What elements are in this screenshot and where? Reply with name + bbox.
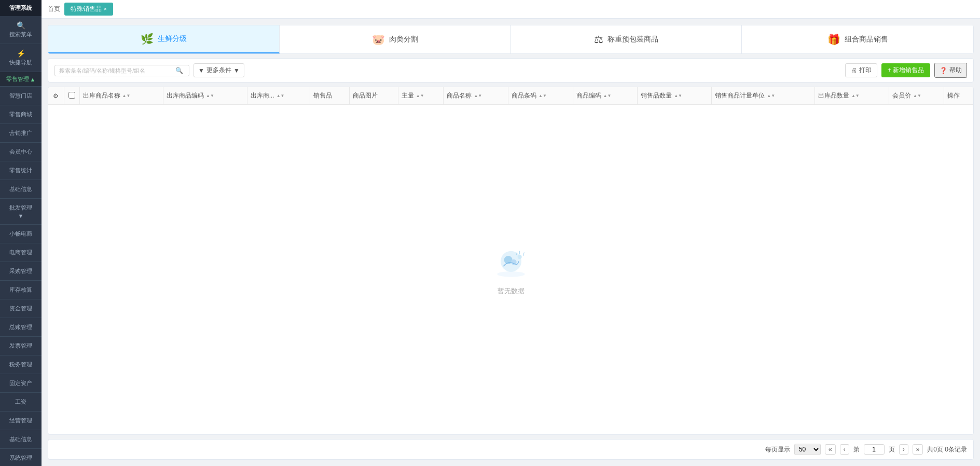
per-page-select[interactable]: 50 10 20 100 (794, 444, 821, 455)
th-goods-name: 商品名称 ▲▼ (444, 87, 508, 105)
combo-sales-icon: 🎁 (827, 33, 840, 46)
th-settings[interactable]: ⚙ (48, 87, 64, 105)
print-button[interactable]: 🖨 打印 (845, 63, 877, 77)
sort-icon[interactable]: ▲▼ (122, 93, 131, 98)
sidebar-item-quick-nav[interactable]: ⚡ 快捷导航 (0, 44, 42, 72)
filter-button[interactable]: ▼ 更多条件 ▼ (194, 63, 244, 77)
first-page-button[interactable]: « (825, 444, 836, 455)
sidebar-item-invoice[interactable]: 发票管理 (0, 337, 42, 355)
sidebar-item-mini-ecom[interactable]: 小畅电商 (0, 225, 42, 243)
sidebar-item-wholesale[interactable]: 批发管理 ▼ (0, 199, 42, 225)
sidebar-item-smart-store[interactable]: 智慧门店 (0, 87, 42, 105)
data-table: ⚙ 出库商品名称 ▲▼ 出库 (48, 87, 973, 105)
cat-tab-combo-sales[interactable]: 🎁 组合商品销售 (742, 25, 973, 53)
home-breadcrumb[interactable]: 首页 (48, 5, 60, 13)
search-input[interactable] (59, 67, 173, 74)
last-page-button[interactable]: » (913, 444, 923, 455)
sidebar-item-promotion[interactable]: 营销推广 (0, 124, 42, 143)
sidebar-item-label: 快捷导航 (9, 59, 32, 66)
cat-tab-label: 称重预包装商品 (608, 35, 658, 44)
sidebar-item-label: 资金管理 (9, 305, 32, 312)
cat-tab-meat-cut[interactable]: 🐷 肉类分割 (280, 25, 511, 53)
sidebar-item-inventory[interactable]: 库存核算 (0, 281, 42, 299)
sidebar-item-label: 工资 (15, 398, 26, 406)
sidebar-item-retail[interactable]: 零售管理 ▲ (0, 72, 42, 87)
sort-icon[interactable]: ▲▼ (206, 93, 214, 98)
fresh-grade-icon: 🌿 (141, 33, 154, 45)
sidebar-item-finance[interactable]: 资金管理 (0, 299, 42, 318)
sidebar-item-operation[interactable]: 经营管理 (0, 412, 42, 430)
sidebar-item-label: 总账管理 (9, 323, 32, 331)
th-actions: 操作 (944, 87, 973, 105)
toolbar-left: 🔍 ▼ 更多条件 ▼ (54, 63, 244, 77)
sidebar-item-member[interactable]: 会员中心 (0, 143, 42, 161)
sidebar-item-tax[interactable]: 税务管理 (0, 355, 42, 374)
sort-icon[interactable]: ▲▼ (416, 93, 424, 98)
sort-icon[interactable]: ▲▼ (674, 93, 682, 98)
cat-tab-weigh-pack[interactable]: ⚖ 称重预包装商品 (511, 25, 742, 53)
th-sales-qty: 销售品数量 ▲▼ (638, 87, 712, 105)
sidebar-item-retail-mall[interactable]: 零售商城 (0, 105, 42, 124)
page-input[interactable] (864, 444, 885, 455)
sidebar-item-salary[interactable]: 工资 (0, 393, 42, 412)
add-product-button[interactable]: + 新增销售品 (881, 63, 930, 77)
page-unit: 页 (889, 445, 895, 454)
sort-icon[interactable]: ▲▼ (851, 93, 860, 98)
sidebar-item-label: 智慧门店 (9, 92, 32, 100)
sidebar-item-label: 小畅电商 (9, 230, 32, 238)
th-goods-code: 商品编码 ▲▼ (573, 87, 638, 105)
sidebar-item-search[interactable]: 🔍 搜索菜单 (0, 16, 42, 44)
select-all-checkbox[interactable] (68, 92, 75, 99)
next-page-button[interactable]: › (899, 444, 908, 455)
search-box[interactable]: 🔍 (54, 65, 189, 76)
sidebar-item-label: 发票管理 (9, 342, 32, 350)
chevron-down-icon: ▲ (30, 76, 36, 83)
sidebar-item-purchase[interactable]: 采购管理 (0, 262, 42, 281)
sidebar-item-retail-stat[interactable]: 零售统计 (0, 161, 42, 180)
sidebar-item-label: 基础信息 (9, 185, 32, 193)
sidebar-item-general-ledger[interactable]: 总账管理 (0, 318, 42, 337)
sidebar-item-basic-info[interactable]: 基础信息 (0, 180, 42, 199)
sidebar-item-basic-info2[interactable]: 基础信息 (0, 430, 42, 449)
category-tabs: 🌿 生鲜分级 🐷 肉类分割 ⚖ 称重预包装商品 🎁 组合商品销售 (48, 25, 974, 54)
empty-illustration (490, 244, 532, 280)
chevron-icon: ▼ (18, 213, 24, 219)
th-goods-barcode: 商品条码 ▲▼ (508, 87, 573, 105)
sort-icon[interactable]: ▲▼ (277, 93, 285, 98)
settings-icon: ⚙ (53, 92, 59, 100)
tab-label: 特殊销售品 (71, 5, 102, 13)
sidebar-item-sys-mgmt[interactable]: 系统管理 (0, 449, 42, 466)
sidebar-item-label: 库存核算 (9, 286, 32, 294)
cat-tab-label: 肉类分割 (389, 35, 418, 44)
lightning-icon: ⚡ (17, 49, 25, 58)
cat-tab-label: 生鲜分级 (158, 34, 187, 44)
sidebar-item-fixed-assets[interactable]: 固定资产 (0, 374, 42, 393)
prev-page-button[interactable]: ‹ (840, 444, 849, 455)
sidebar-item-label: 零售商城 (9, 111, 32, 118)
sort-icon[interactable]: ▲▼ (474, 93, 482, 98)
th-checkbox[interactable] (64, 87, 79, 105)
sort-icon[interactable]: ▲▼ (913, 93, 921, 98)
sidebar-item-ecom-mgmt[interactable]: 电商管理 (0, 243, 42, 262)
toolbar-right: 🖨 打印 + 新增销售品 ❓ 帮助 (845, 63, 967, 78)
svg-point-0 (497, 271, 524, 277)
help-button[interactable]: ❓ 帮助 (934, 63, 967, 78)
filter-icon: ▼ (198, 67, 204, 74)
sort-icon[interactable]: ▲▼ (603, 93, 612, 98)
sort-icon[interactable]: ▲▼ (539, 93, 547, 98)
sort-icon[interactable]: ▲▼ (767, 93, 775, 98)
th-member-price: 会员价 ▲▼ (889, 87, 944, 105)
sidebar-item-label: 电商管理 (9, 249, 32, 256)
th-out-goods-code: 出库商品编码 ▲▼ (163, 87, 247, 105)
topbar: 首页 特殊销售品 × (42, 0, 980, 19)
cat-tab-fresh-grade[interactable]: 🌿 生鲜分级 (48, 25, 280, 53)
active-tab[interactable]: 特殊销售品 × (64, 3, 113, 16)
tab-close-button[interactable]: × (104, 6, 107, 12)
sidebar-item-label: 系统管理 (9, 454, 32, 462)
toolbar: 🔍 ▼ 更多条件 ▼ 🖨 打印 + 新增销售品 ❓ 帮助 (48, 58, 974, 83)
svg-point-4 (517, 255, 521, 259)
per-page-label: 每页显示 (765, 445, 790, 454)
sidebar-item-label: 零售管理 (6, 75, 29, 83)
meat-cut-icon: 🐷 (372, 33, 385, 46)
sidebar-item-label: 会员中心 (9, 148, 32, 156)
